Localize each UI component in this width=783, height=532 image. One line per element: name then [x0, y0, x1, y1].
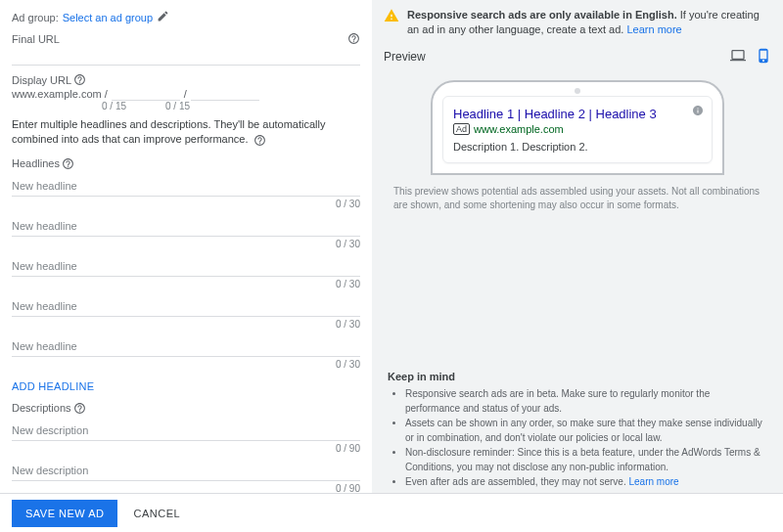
help-icon[interactable]: [73, 73, 86, 86]
warning-icon: [384, 8, 399, 23]
path1-counter: 0 / 15: [102, 101, 126, 111]
headline-counter: 0 / 30: [12, 279, 360, 290]
headline-input[interactable]: [12, 256, 360, 277]
ad-group-label: Ad group:: [12, 12, 59, 23]
description-counter: 0 / 90: [12, 483, 360, 493]
headline-input[interactable]: [12, 176, 360, 197]
keep-in-mind-item: Assets can be shown in any order, so mak…: [405, 416, 767, 445]
final-url-label: Final URL: [12, 33, 60, 45]
keep-in-mind-learn-more-link[interactable]: Learn more: [628, 476, 678, 487]
alert-bold: Responsive search ads are only available…: [407, 9, 677, 21]
headline-input[interactable]: [12, 336, 360, 357]
select-ad-group-link[interactable]: Select an ad group: [63, 12, 153, 23]
help-icon[interactable]: [253, 134, 266, 147]
path2-input[interactable]: [191, 88, 259, 101]
headline-input[interactable]: [12, 216, 360, 237]
headline-input[interactable]: [12, 296, 360, 317]
ad-url: www.example.com: [474, 123, 564, 135]
preview-note: This preview shows potential ads assembl…: [384, 185, 771, 212]
display-url-base: www.example.com /: [12, 88, 108, 100]
keep-in-mind-item: Non-disclosure reminder: Since this is a…: [405, 445, 767, 474]
ad-preview-card: Headline 1 | Headline 2 | Headline 3 Ad …: [442, 96, 713, 163]
cancel-button[interactable]: CANCEL: [133, 508, 180, 519]
headline-counter: 0 / 30: [12, 319, 360, 331]
instruction-text: Enter multiple headlines and description…: [12, 118, 325, 145]
preview-label: Preview: [384, 50, 426, 64]
headlines-label: Headlines: [12, 157, 60, 169]
help-icon[interactable]: [62, 157, 74, 170]
phone-preview-frame: Headline 1 | Headline 2 | Headline 3 Ad …: [431, 80, 724, 175]
pencil-icon[interactable]: [157, 10, 169, 24]
keep-in-mind-item: Even after ads are assembled, they may n…: [405, 474, 767, 489]
add-headline-button[interactable]: ADD HEADLINE: [12, 380, 360, 392]
save-new-ad-button[interactable]: SAVE NEW AD: [12, 500, 117, 527]
description-counter: 0 / 90: [12, 443, 360, 455]
info-icon: [692, 105, 704, 116]
desktop-icon[interactable]: [730, 48, 746, 66]
ad-headline: Headline 1 | Headline 2 | Headline 3: [453, 107, 702, 121]
description-input[interactable]: [12, 421, 360, 441]
keep-in-mind-item: Responsive search ads are in beta. Make …: [405, 386, 767, 416]
help-icon[interactable]: [73, 402, 86, 415]
mobile-icon[interactable]: [756, 48, 771, 66]
path-separator: /: [184, 88, 187, 100]
headline-counter: 0 / 30: [12, 199, 360, 210]
descriptions-label: Descriptions: [12, 402, 71, 414]
ad-badge: Ad: [453, 123, 470, 135]
display-url-label: Display URL: [12, 74, 71, 86]
help-icon[interactable]: [347, 32, 360, 45]
final-url-input[interactable]: [12, 45, 360, 66]
alert-learn-more-link[interactable]: Learn more: [626, 23, 681, 35]
keep-in-mind-title: Keep in mind: [388, 371, 767, 382]
path2-counter: 0 / 15: [165, 101, 190, 111]
ad-description: Description 1. Description 2.: [453, 141, 702, 153]
headline-counter: 0 / 30: [12, 359, 360, 371]
path1-input[interactable]: [112, 88, 180, 101]
headline-counter: 0 / 30: [12, 239, 360, 250]
description-input[interactable]: [12, 461, 360, 481]
